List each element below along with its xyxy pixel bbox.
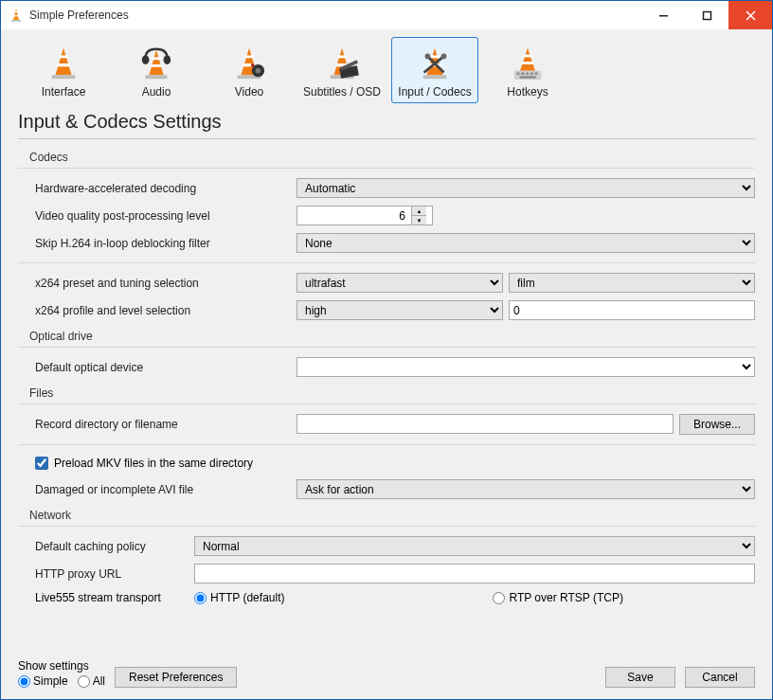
svg-rect-7 (52, 75, 76, 79)
show-settings-all-option[interactable]: All (78, 674, 105, 688)
svg-rect-9 (57, 63, 69, 66)
optical-device-label: Default optical device (35, 361, 297, 374)
tab-interface[interactable]: Interface (20, 37, 107, 103)
tab-audio[interactable]: Audio (113, 37, 200, 103)
svg-point-34 (425, 54, 431, 60)
page-title: Input & Codecs Settings (18, 111, 755, 133)
browse-button[interactable]: Browse... (679, 414, 755, 435)
divider (18, 138, 755, 139)
cone-keyboard-icon (510, 45, 546, 81)
svg-rect-11 (146, 75, 168, 79)
tab-label: Hotkeys (507, 85, 548, 99)
reset-preferences-button[interactable]: Reset Preferences (115, 667, 237, 688)
titlebar-buttons (641, 1, 772, 29)
footer: Show settings Simple All Reset Preferenc… (1, 650, 772, 699)
save-button[interactable]: Save (605, 667, 675, 688)
show-settings-label: Show settings (18, 659, 105, 673)
svg-point-21 (256, 68, 261, 74)
optical-device-select[interactable] (297, 357, 755, 377)
tab-video[interactable]: Video (206, 37, 293, 103)
maximize-button[interactable] (685, 1, 728, 29)
tab-label: Subtitles / OSD (303, 85, 381, 99)
proxy-input[interactable] (194, 564, 755, 583)
svg-rect-2 (14, 11, 18, 12)
svg-point-33 (441, 54, 447, 60)
svg-rect-13 (151, 64, 162, 67)
minimize-button[interactable] (641, 1, 685, 29)
deblocking-select[interactable]: None (297, 233, 755, 253)
window-title: Simple Preferences (29, 9, 641, 22)
cone-icon (45, 45, 81, 81)
tab-label: Audio (142, 85, 171, 99)
post-processing-label: Video quality post-processing level (35, 209, 297, 223)
show-settings-all-radio[interactable] (78, 675, 90, 688)
svg-rect-5 (703, 11, 710, 19)
preload-mkv-checkbox[interactable] (35, 457, 48, 470)
cone-tools-icon (417, 45, 453, 81)
svg-rect-25 (337, 55, 347, 58)
divider (18, 526, 755, 527)
tab-label: Video (235, 85, 263, 99)
live555-http-radio[interactable] (194, 592, 207, 604)
hw-decoding-label: Hardware-accelerated decoding (35, 182, 297, 195)
cone-film-icon (231, 45, 267, 81)
caching-label: Default caching policy (35, 540, 194, 553)
svg-marker-0 (13, 9, 19, 20)
preferences-window: Simple Preferences Interface Audio Video… (0, 0, 773, 700)
damaged-avi-label: Damaged or incomplete AVI file (35, 483, 297, 496)
cone-headphones-icon (138, 45, 174, 81)
x264-tuning-select[interactable]: film (509, 273, 755, 293)
svg-rect-40 (521, 73, 524, 75)
svg-rect-41 (526, 73, 529, 75)
live555-label: Live555 stream transport (35, 591, 194, 604)
cancel-button[interactable]: Cancel (685, 667, 755, 688)
group-files-header: Files (18, 381, 755, 404)
x264-level-input[interactable] (509, 300, 755, 320)
category-tabs: Interface Audio Video Subtitles / OSD In… (1, 29, 772, 107)
svg-rect-8 (59, 55, 68, 58)
show-settings-simple-option[interactable]: Simple (18, 674, 68, 688)
caching-select[interactable]: Normal (194, 536, 755, 556)
post-processing-spinner[interactable]: ▲▼ (297, 206, 433, 225)
svg-rect-4 (659, 15, 668, 17)
svg-rect-42 (530, 73, 533, 75)
vlc-cone-icon (9, 8, 24, 23)
close-button[interactable] (728, 1, 772, 29)
svg-rect-39 (517, 73, 520, 75)
record-dir-label: Record directory or filename (35, 418, 297, 431)
x264-profile-select[interactable]: high (297, 300, 503, 320)
group-codecs-header: Codecs (18, 145, 755, 168)
divider (18, 347, 755, 348)
live555-rtp-radio[interactable] (493, 592, 505, 604)
x264-preset-label: x264 preset and tuning selection (35, 277, 297, 290)
svg-rect-3 (14, 15, 19, 16)
group-network-header: Network (18, 503, 755, 526)
x264-preset-select[interactable]: ultrafast (297, 273, 503, 293)
damaged-avi-select[interactable]: Ask for action (297, 479, 755, 499)
show-settings-simple-radio[interactable] (18, 675, 30, 688)
divider (18, 168, 755, 169)
post-processing-input[interactable] (297, 206, 411, 224)
tab-label: Interface (42, 85, 86, 99)
proxy-label: HTTP proxy URL (35, 567, 194, 581)
svg-rect-18 (244, 55, 254, 58)
record-dir-input[interactable] (297, 414, 674, 434)
svg-rect-44 (519, 76, 535, 78)
tab-input-codecs[interactable]: Input / Codecs (391, 37, 478, 103)
tab-subtitles[interactable]: Subtitles / OSD (298, 37, 386, 103)
spin-down-button[interactable]: ▼ (411, 216, 426, 224)
spin-up-button[interactable]: ▲ (411, 206, 426, 216)
divider (18, 444, 755, 445)
svg-rect-1 (11, 20, 21, 22)
tab-label: Input / Codecs (398, 85, 471, 99)
svg-rect-31 (430, 55, 440, 58)
svg-rect-36 (523, 55, 532, 58)
svg-rect-30 (423, 75, 447, 79)
cone-clapper-icon (324, 45, 360, 81)
tab-hotkeys[interactable]: Hotkeys (484, 37, 571, 103)
live555-http-option[interactable]: HTTP (default) (194, 591, 284, 604)
live555-rtp-option[interactable]: RTP over RTSP (TCP) (493, 591, 622, 604)
svg-point-22 (251, 63, 255, 67)
hw-decoding-select[interactable]: Automatic (297, 178, 755, 198)
svg-rect-43 (535, 73, 538, 75)
